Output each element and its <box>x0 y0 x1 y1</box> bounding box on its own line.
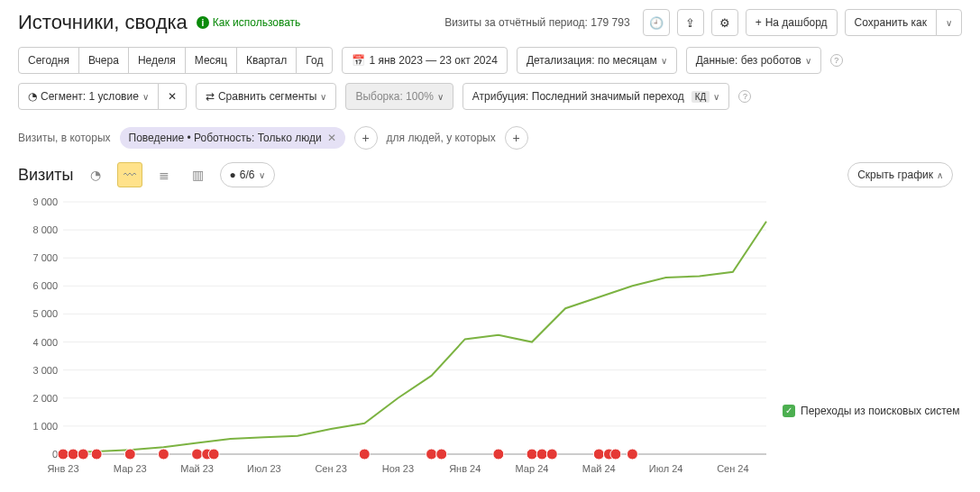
chevron-down-icon: ∨ <box>805 56 811 66</box>
help-icon[interactable]: ? <box>830 54 843 67</box>
svg-point-43 <box>493 449 504 460</box>
line-icon: 〰 <box>124 168 136 182</box>
svg-text:Янв 24: Янв 24 <box>449 463 481 474</box>
kd-badge: КД <box>691 91 710 103</box>
svg-text:6 000: 6 000 <box>32 280 58 291</box>
svg-text:7 000: 7 000 <box>32 252 58 263</box>
legend-item-search[interactable]: ✓ Переходы из поисковых систем <box>775 193 959 484</box>
chevron-down-icon: ∨ <box>661 56 667 66</box>
svg-point-33 <box>78 449 88 460</box>
visits-filter-label: Визиты, в которых <box>18 132 111 144</box>
svg-text:Мар 23: Мар 23 <box>114 463 147 474</box>
close-icon[interactable]: ✕ <box>327 132 336 144</box>
hide-chart-button[interactable]: Скрыть график ∧ <box>847 162 953 187</box>
sample-label: Выборка: 100% <box>355 90 433 103</box>
date-range-button[interactable]: 📅 1 янв 2023 — 23 окт 2024 <box>342 47 507 74</box>
sample-dropdown: Выборка: 100% ∨ <box>345 83 453 110</box>
attribution-label: Атрибуция: Последний значимый переход <box>472 90 684 103</box>
save-as-button[interactable]: Сохранить как <box>845 9 937 36</box>
chevron-down-icon: ∨ <box>142 92 149 102</box>
svg-text:Мар 24: Мар 24 <box>516 463 549 474</box>
area-icon: ≣ <box>159 168 169 182</box>
chart-type-area[interactable]: ≣ <box>151 162 177 187</box>
svg-point-37 <box>192 449 203 460</box>
share-button[interactable]: ⇪ <box>677 9 704 36</box>
period-tab-5[interactable]: Год <box>296 47 333 74</box>
help-icon[interactable]: ? <box>738 90 751 103</box>
visits-period-label: Визиты за отчётный период: 179 793 <box>444 16 630 29</box>
save-as-label: Сохранить как <box>855 16 927 29</box>
svg-text:Июл 24: Июл 24 <box>649 463 683 474</box>
compare-segments-button[interactable]: ⇄ Сравнить сегменты ∨ <box>196 83 337 110</box>
period-tabs: СегодняВчераНеделяМесяцКварталГод <box>18 47 333 74</box>
add-people-filter-button[interactable]: + <box>505 126 528 150</box>
svg-text:9 000: 9 000 <box>32 196 58 207</box>
detail-label: Детализация: по месяцам <box>527 54 657 67</box>
how-to-label: Как использовать <box>213 16 301 29</box>
period-tab-1[interactable]: Вчера <box>78 47 129 74</box>
svg-point-41 <box>426 449 437 460</box>
data-mode-dropdown[interactable]: Данные: без роботов ∨ <box>686 47 821 74</box>
share-icon: ⇪ <box>685 16 695 30</box>
chart-title: Визиты <box>18 166 74 185</box>
people-filter-label: для людей, у которых <box>387 132 496 144</box>
segment-label: Сегмент: 1 условие <box>41 90 139 103</box>
pie-icon: ◔ <box>90 168 101 182</box>
chevron-down-icon: ∨ <box>259 170 265 180</box>
add-visit-filter-button[interactable]: + <box>354 126 378 150</box>
filter-chip-robotness[interactable]: Поведение • Роботность: Только люди ✕ <box>120 127 345 149</box>
page-title: Источники, сводка <box>18 11 188 34</box>
svg-point-32 <box>68 449 78 460</box>
period-tab-3[interactable]: Месяц <box>185 47 237 74</box>
settings-icon: ⚙ <box>719 16 730 30</box>
chart-type-line[interactable]: 〰 <box>117 162 142 187</box>
svg-point-35 <box>124 449 135 460</box>
period-tab-4[interactable]: Квартал <box>236 47 297 74</box>
dot-icon: ● <box>230 169 236 181</box>
chevron-up-icon: ∧ <box>937 170 943 180</box>
history-button[interactable]: 🕘 <box>643 9 670 36</box>
add-dashboard-button[interactable]: + На дашборд <box>746 9 838 36</box>
compare-label: Сравнить сегменты <box>218 90 317 103</box>
chevron-down-icon: ∨ <box>946 18 952 28</box>
period-tab-2[interactable]: Неделя <box>128 47 186 74</box>
svg-point-44 <box>527 449 537 460</box>
segment-button[interactable]: ◔ Сегмент: 1 условие ∨ <box>18 83 159 110</box>
chip-label: Поведение • Роботность: Только люди <box>129 132 322 144</box>
svg-point-50 <box>627 449 637 460</box>
svg-point-31 <box>58 449 69 460</box>
settings-button[interactable]: ⚙ <box>711 9 738 36</box>
svg-point-39 <box>208 449 219 460</box>
svg-point-34 <box>91 449 102 460</box>
info-icon: i <box>197 16 209 29</box>
pie-icon: ◔ <box>28 90 37 103</box>
detail-dropdown[interactable]: Детализация: по месяцам ∨ <box>517 47 677 74</box>
clock-icon: 🕘 <box>649 16 664 30</box>
hide-chart-label: Скрыть график <box>857 169 933 181</box>
how-to-use-link[interactable]: i Как использовать <box>197 16 301 29</box>
line-chart: 01 0002 0003 0004 0005 0006 0007 0008 00… <box>18 193 775 481</box>
calendar-icon: 📅 <box>352 54 365 67</box>
svg-text:8 000: 8 000 <box>32 224 58 235</box>
svg-text:Сен 23: Сен 23 <box>315 463 346 474</box>
svg-text:1 000: 1 000 <box>32 421 58 432</box>
series-count-button[interactable]: ● 6/6 ∨ <box>220 162 275 187</box>
chart-type-pie[interactable]: ◔ <box>83 162 108 187</box>
segment-clear[interactable]: ✕ <box>158 83 187 110</box>
svg-point-49 <box>610 449 621 460</box>
svg-text:Май 24: Май 24 <box>582 463 616 474</box>
attribution-dropdown[interactable]: Атрибуция: Последний значимый переход КД… <box>463 83 730 110</box>
svg-text:5 000: 5 000 <box>32 308 58 319</box>
checkbox-icon: ✓ <box>783 405 795 417</box>
svg-text:Янв 23: Янв 23 <box>47 463 78 474</box>
plus-icon: + <box>756 16 762 29</box>
chevron-down-icon: ∨ <box>320 92 326 102</box>
period-tab-0[interactable]: Сегодня <box>18 47 79 74</box>
chevron-down-icon: ∨ <box>713 92 719 102</box>
save-as-dropdown[interactable]: ∨ <box>936 9 962 36</box>
svg-text:0: 0 <box>52 449 58 460</box>
date-range-label: 1 янв 2023 — 23 окт 2024 <box>369 54 497 67</box>
chevron-down-icon: ∨ <box>437 92 444 102</box>
svg-text:4 000: 4 000 <box>32 337 58 348</box>
chart-type-bar[interactable]: ▥ <box>186 162 211 187</box>
